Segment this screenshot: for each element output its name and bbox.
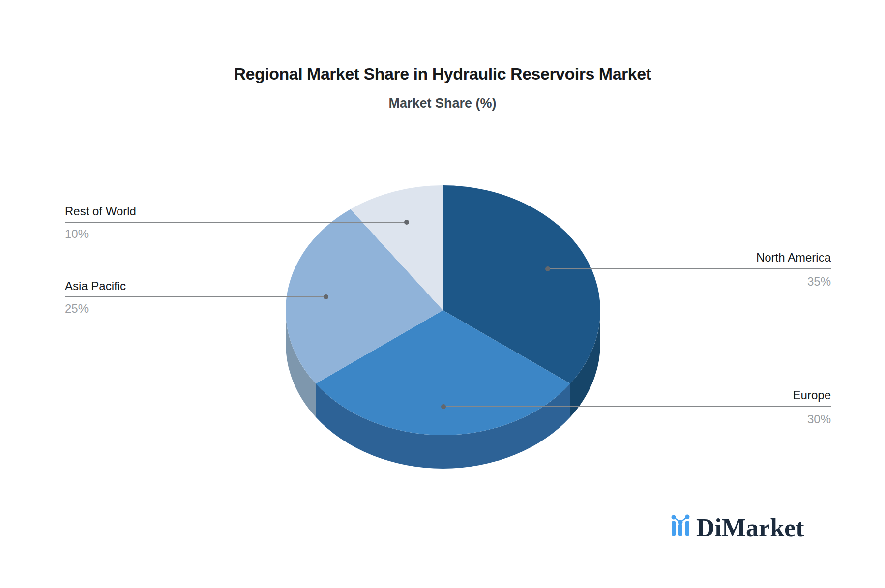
- leader-dot-europe: [441, 404, 446, 409]
- dimarket-logo-icon: [671, 513, 691, 536]
- pct-north-america: 35%: [807, 275, 831, 289]
- leader-dot-rest-of-world: [404, 220, 409, 225]
- pct-europe: 30%: [807, 412, 831, 426]
- pct-asia-pacific: 25%: [65, 302, 88, 316]
- pie-chart: [0, 0, 885, 588]
- leader-dot-north-america: [545, 266, 550, 271]
- leader-dot-asia-pacific: [324, 294, 328, 299]
- brand-logo-text: DiMarket: [696, 515, 804, 541]
- label-rest-of-world: Rest of World: [65, 205, 136, 218]
- pct-rest-of-world: 10%: [65, 227, 88, 241]
- label-europe: Europe: [793, 388, 831, 402]
- chart-page: { "chart_data": { "type": "pie", "style"…: [0, 0, 885, 588]
- label-north-america: North America: [756, 251, 831, 265]
- label-asia-pacific: Asia Pacific: [65, 279, 126, 293]
